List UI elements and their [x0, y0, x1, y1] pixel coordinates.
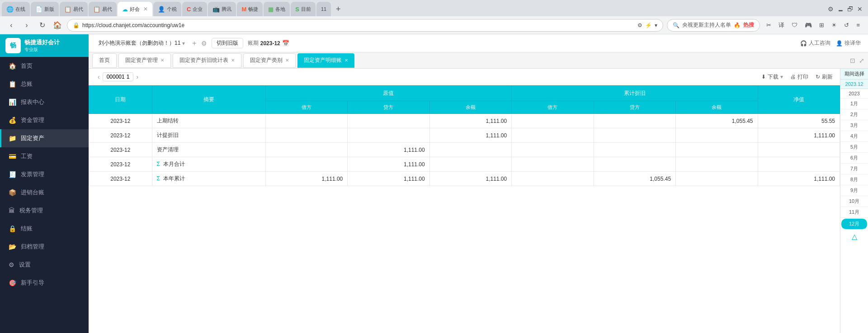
restore-icon[interactable]: 🗗 — [847, 5, 854, 13]
tab-close-icon[interactable]: ✕ — [160, 58, 164, 63]
sidebar-item-settings[interactable]: ⚙ 设置 — [0, 256, 89, 274]
add-account-button[interactable]: + — [192, 39, 196, 47]
browser-tab-gedi[interactable]: ▦ 各地 — [264, 2, 290, 16]
period-item-6[interactable]: 6月 — [840, 153, 868, 164]
sidebar-item-funds[interactable]: 💰 资金管理 — [0, 111, 89, 129]
close-icon[interactable]: ✕ — [857, 5, 863, 13]
sidebar-item-fixed-assets[interactable]: 📁 固定资产 — [0, 129, 89, 147]
tab-home[interactable]: 首页 — [92, 53, 117, 68]
scissors-icon[interactable]: ✂ — [764, 21, 774, 29]
edit-period-icon[interactable]: 📅 — [282, 40, 289, 47]
sidebar-item-inventory[interactable]: 📦 进销台账 — [0, 183, 89, 202]
browser-tab-tencent[interactable]: 📺 腾讯 — [208, 2, 236, 16]
tab-add-button[interactable]: + — [332, 3, 344, 15]
site-info-icon[interactable]: ⚙ — [637, 22, 642, 28]
browser-tab-online[interactable]: 🌐 在线 — [2, 2, 30, 16]
home-button[interactable]: 🏠 — [52, 19, 63, 31]
period-sidebar: 期间选择 2023.12 2023 1月 2月 3月 4月 — [840, 69, 868, 333]
browser-tab-mq[interactable]: S 目前 — [291, 2, 316, 16]
period-item-4[interactable]: 4月 — [840, 131, 868, 142]
sidebar-item-payroll[interactable]: 💳 工资 — [0, 147, 89, 165]
table-row: 2023-12 计提折旧 1,111.00 1,111.00 — [89, 128, 840, 143]
browser-tab-active[interactable]: ☁ 好会 ✕ — [118, 2, 152, 16]
refresh-button[interactable]: ↻ 刷新 — [816, 73, 833, 81]
period-item-12[interactable]: 12月 — [841, 219, 867, 230]
browser-tab-yidai1[interactable]: 📋 易代 — [60, 2, 88, 16]
grid-icon[interactable]: ⊞ — [816, 21, 827, 29]
period-item-10[interactable]: 10月 — [840, 196, 868, 207]
browser-tab-num[interactable]: 11 — [316, 2, 331, 16]
period-item-7[interactable]: 7月 — [840, 164, 868, 174]
sidebar-item-reports[interactable]: 📊 报表中心 — [0, 93, 89, 111]
period-item-3[interactable]: 3月 — [840, 120, 868, 131]
browser-tab-corp[interactable]: C 企业 — [182, 2, 207, 16]
period-item-11[interactable]: 11月 — [840, 207, 868, 218]
download-label: 下载 — [768, 73, 778, 81]
prev-arrow[interactable]: ‹ — [96, 72, 102, 81]
back-button[interactable]: ‹ — [5, 19, 17, 31]
payroll-icon: 💳 — [9, 153, 16, 160]
url-input[interactable]: 🔒 https://cloud.chanjet.com/accounting/u… — [67, 19, 663, 32]
dropdown-icon[interactable]: ▾ — [655, 22, 657, 28]
sidebar-label: 总账 — [21, 80, 33, 88]
sun-icon[interactable]: ☀ — [829, 21, 840, 29]
sidebar-label: 归档管理 — [21, 243, 44, 251]
browser-tab-changjie[interactable]: M 畅捷 — [237, 2, 263, 16]
gamepad-icon[interactable]: 🎮 — [802, 21, 815, 29]
account-settings-button[interactable]: ⚙ — [201, 40, 207, 47]
download-button[interactable]: ⬇ 下载 ▾ — [761, 73, 783, 81]
tab-settings-icon[interactable]: ⚙ — [828, 5, 834, 13]
restore-window-icon[interactable]: ⊡ — [850, 57, 855, 64]
browser-tab-yidai2[interactable]: 📋 易代 — [89, 2, 117, 16]
tab-label: 企业 — [193, 6, 203, 13]
refresh-icon: ↻ — [816, 74, 820, 80]
period-item-5[interactable]: 5月 — [840, 142, 868, 153]
app-layout: 畅 畅捷通好会计 专业版 🏠 首页 📋 总账 📊 报表中心 💰 资金管理 — [0, 34, 868, 333]
forward-button[interactable]: › — [21, 19, 33, 31]
translate-icon[interactable]: 译 — [776, 20, 787, 30]
sidebar-label: 首页 — [21, 62, 33, 70]
period-item-2[interactable]: 2月 — [840, 109, 868, 120]
minimize-icon[interactable]: 🗕 — [837, 5, 844, 13]
menu-icon[interactable]: ≡ — [854, 21, 863, 29]
settings-icon: ⚙ — [9, 261, 14, 268]
period-item-9[interactable]: 9月 — [840, 185, 868, 196]
reload-button[interactable]: ↻ — [36, 19, 48, 31]
sidebar-item-invoice[interactable]: 🧾 发票管理 — [0, 165, 89, 183]
expand-icon[interactable]: ⤢ — [859, 57, 864, 64]
sidebar-item-archive[interactable]: 📂 归档管理 — [0, 238, 89, 256]
browser-tab-tax[interactable]: 👤 个税 — [153, 2, 181, 16]
browser-tab-new[interactable]: 📄 新版 — [31, 2, 59, 16]
sidebar-item-guide[interactable]: 🎯 新手引导 — [0, 274, 89, 292]
consultant-button[interactable]: 🎧 人工咨询 — [800, 39, 830, 47]
tab-close-icon[interactable]: ✕ — [231, 58, 235, 63]
sidebar-item-tax[interactable]: 🏛 税务管理 — [0, 202, 89, 220]
tab-depreciation[interactable]: 固定资产折旧统计表 ✕ — [173, 53, 241, 68]
period-label: 12月 — [849, 221, 859, 226]
tab-close-icon[interactable]: ✕ — [344, 58, 348, 63]
sidebar-item-close[interactable]: 🔒 结账 — [0, 220, 89, 238]
tab-close-icon[interactable]: ✕ — [143, 6, 148, 12]
print-button[interactable]: 🖨 打印 — [790, 73, 808, 81]
scroll-up-button[interactable]: △ — [840, 230, 868, 243]
tab-close-icon[interactable]: ✕ — [285, 58, 289, 63]
period-label: 11月 — [849, 209, 859, 215]
sidebar-item-home[interactable]: 🏠 首页 — [0, 57, 89, 75]
tab-detail[interactable]: 固定资产明细账 ✕ — [297, 53, 354, 68]
period-item-8[interactable]: 8月 — [840, 174, 868, 185]
period-item-1[interactable]: 1月 — [840, 98, 868, 109]
period-sidebar-header2[interactable]: 2023.12 — [840, 80, 868, 89]
cell-accum-credit — [594, 157, 675, 172]
lightning-icon[interactable]: ⚡ — [645, 22, 652, 28]
period-item-year[interactable]: 2023 — [840, 89, 868, 98]
undo-icon[interactable]: ↺ — [841, 21, 852, 29]
account-selector[interactable]: 刘小艳演示账套（勿删勿动！）11 ▾ — [96, 38, 188, 48]
sidebar-item-ledger[interactable]: 📋 总账 — [0, 75, 89, 93]
tab-fixed-mgmt[interactable]: 固定资产管理 ✕ — [118, 53, 171, 68]
user-button[interactable]: 👤 徐译华 — [836, 39, 861, 47]
tab-category[interactable]: 固定资产类别 ✕ — [243, 53, 296, 68]
period-label: 9月 — [850, 188, 858, 193]
next-arrow[interactable]: › — [134, 72, 140, 81]
switch-version-button[interactable]: 切到旧版 — [212, 38, 243, 48]
shield-icon[interactable]: 🛡 — [789, 21, 800, 29]
